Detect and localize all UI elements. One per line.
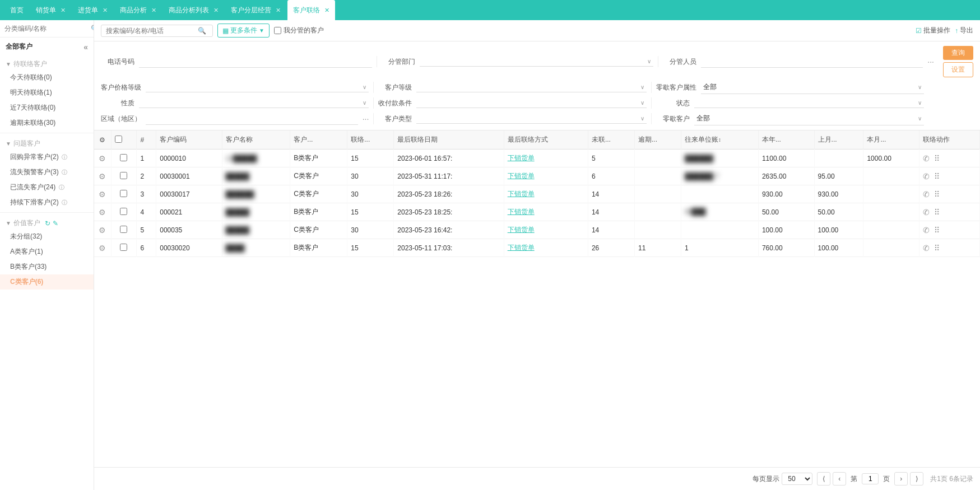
contact-icon[interactable]: ✆ xyxy=(923,208,930,217)
refresh-icon[interactable]: ↻ xyxy=(45,220,50,227)
row-checkbox[interactable] xyxy=(120,172,127,179)
select-all-checkbox[interactable] xyxy=(115,136,122,143)
cell-check[interactable] xyxy=(111,150,137,167)
row-settings-icon[interactable]: ⚙ xyxy=(99,208,106,217)
cell-check[interactable] xyxy=(111,239,137,257)
nav-product-analysis-close[interactable]: ✕ xyxy=(151,7,156,14)
row-checkbox[interactable] xyxy=(120,244,127,251)
nav-customer-tier[interactable]: 客户分层经营 ✕ xyxy=(225,0,286,20)
method-link[interactable]: 下销货单 xyxy=(508,172,535,180)
row-checkbox[interactable] xyxy=(120,154,127,161)
grid-icon[interactable]: ⠿ xyxy=(934,190,940,199)
method-link[interactable]: 下销货单 xyxy=(508,154,535,162)
th-gear[interactable]: ⚙ xyxy=(94,130,111,150)
row-settings-icon[interactable]: ⚙ xyxy=(99,226,106,235)
row-checkbox[interactable] xyxy=(120,208,127,215)
dept-select[interactable]: ∨ xyxy=(420,57,653,67)
retail-select[interactable]: 全部 ∨ xyxy=(694,112,924,125)
th-unit-amount[interactable]: 往来单位账↕ xyxy=(681,130,759,150)
cell-check[interactable] xyxy=(111,221,137,239)
contact-icon[interactable]: ✆ xyxy=(923,172,930,181)
th-name[interactable]: 客户名称 xyxy=(222,130,290,150)
page-number-input[interactable] xyxy=(862,473,879,484)
manager-dots[interactable]: ··· xyxy=(927,57,934,66)
my-customers-checkbox[interactable] xyxy=(274,27,281,34)
export-btn[interactable]: ↑ 导出 xyxy=(955,26,973,35)
region-dots[interactable]: ··· xyxy=(363,114,369,123)
row-settings-icon[interactable]: ⚙ xyxy=(99,244,106,253)
more-conditions-btn[interactable]: ▦ 更多条件 ▼ xyxy=(217,24,270,38)
grid-icon[interactable]: ⠿ xyxy=(934,172,940,181)
grid-icon[interactable]: ⠿ xyxy=(934,208,940,217)
method-link[interactable]: 下销货单 xyxy=(508,190,535,198)
method-link[interactable]: 下销货单 xyxy=(508,244,535,251)
nav-product-list-close[interactable]: ✕ xyxy=(213,7,219,14)
cell-check[interactable] xyxy=(111,167,137,185)
contact-icon[interactable]: ✆ xyxy=(923,244,930,253)
cust-level-select[interactable]: ∨ xyxy=(416,82,646,92)
th-type[interactable]: 客户... xyxy=(290,130,347,150)
sidebar-item-today[interactable]: 今天待联络(0) xyxy=(0,70,94,85)
th-last-month[interactable]: 上月... xyxy=(814,130,863,150)
nav-customer-contact[interactable]: 客户联络 ✕ xyxy=(287,0,335,20)
contact-icon[interactable]: ✆ xyxy=(923,190,930,199)
sidebar-item-warning[interactable]: 流失预警客户(3) ⓘ xyxy=(0,165,94,180)
nav-product-list[interactable]: 商品分析列表 ✕ xyxy=(163,0,224,20)
nav-purchase[interactable]: 进货单 ✕ xyxy=(72,0,113,20)
prev-page-btn[interactable]: ‹ xyxy=(833,472,846,486)
edit-icon[interactable]: ✎ xyxy=(53,220,58,227)
manager-input[interactable] xyxy=(701,56,923,68)
th-code[interactable]: 客户编码 xyxy=(156,130,222,150)
last-page-btn[interactable]: ⟩ xyxy=(910,472,923,486)
th-this-year[interactable]: 本年... xyxy=(758,130,814,150)
grid-icon[interactable]: ⠿ xyxy=(934,244,940,253)
cell-last-method[interactable]: 下销货单 xyxy=(504,150,588,167)
nav-purchase-close[interactable]: ✕ xyxy=(103,7,108,14)
cell-check[interactable] xyxy=(111,203,137,221)
batch-ops-btn[interactable]: ☑ 批量操作 xyxy=(916,26,950,35)
cell-last-method[interactable]: 下销货单 xyxy=(504,185,588,203)
nav-customer-tier-close[interactable]: ✕ xyxy=(276,7,281,14)
first-page-btn[interactable]: ⟨ xyxy=(817,472,830,486)
nav-product-analysis[interactable]: 商品分析 ✕ xyxy=(114,0,162,20)
th-overdue[interactable]: 逾期... xyxy=(634,130,681,150)
sidebar-all-customers[interactable]: 全部客户 « xyxy=(0,38,94,56)
row-checkbox[interactable] xyxy=(120,190,127,197)
region-input[interactable] xyxy=(146,113,358,125)
th-this-month[interactable]: 本月... xyxy=(863,130,919,150)
cust-type-select[interactable]: ∨ xyxy=(416,114,646,124)
row-settings-icon[interactable]: ⚙ xyxy=(99,190,106,199)
sidebar-item-tomorrow[interactable]: 明天待联络(1) xyxy=(0,85,94,100)
cell-last-method[interactable]: 下销货单 xyxy=(504,239,588,257)
sidebar-search-input[interactable] xyxy=(4,25,89,32)
sidebar-item-7days[interactable]: 近7天待联络(0) xyxy=(0,100,94,115)
grid-icon[interactable]: ⠿ xyxy=(934,226,940,235)
page-size-select[interactable]: 50 100 200 xyxy=(782,473,812,485)
th-last-date[interactable]: 最后联络日期 xyxy=(394,130,504,150)
nav-sales-close[interactable]: ✕ xyxy=(61,7,66,14)
sidebar-item-class-b[interactable]: B类客户(33) xyxy=(0,259,94,274)
th-last-method[interactable]: 最后联络方式 xyxy=(504,130,588,150)
set-btn[interactable]: 设置 xyxy=(943,62,973,77)
my-customers-check[interactable]: 我分管的客户 xyxy=(274,26,324,35)
th-check[interactable] xyxy=(111,130,137,150)
cell-check[interactable] xyxy=(111,185,137,203)
payment-select[interactable]: ∨ xyxy=(416,98,646,108)
main-search-input[interactable] xyxy=(106,27,196,35)
sidebar-item-lost[interactable]: 已流失客户(24) ⓘ xyxy=(0,180,94,195)
nature-select[interactable]: ∨ xyxy=(139,98,369,108)
search-icon[interactable]: 🔍 xyxy=(198,27,206,35)
nav-home[interactable]: 首页 xyxy=(4,0,29,20)
row-settings-icon[interactable]: ⚙ xyxy=(99,172,106,181)
retail-attr-select[interactable]: 全部 ∨ xyxy=(701,81,924,94)
phone-input[interactable] xyxy=(139,56,372,68)
method-link[interactable]: 下销货单 xyxy=(508,226,535,234)
row-settings-icon[interactable]: ⚙ xyxy=(99,154,106,163)
contact-icon[interactable]: ✆ xyxy=(923,226,930,235)
method-link[interactable]: 下销货单 xyxy=(508,208,535,216)
next-page-btn[interactable]: › xyxy=(894,472,908,486)
price-select[interactable]: ∨ xyxy=(146,82,369,92)
cell-last-method[interactable]: 下销货单 xyxy=(504,167,588,185)
cell-last-method[interactable]: 下销货单 xyxy=(504,203,588,221)
sidebar-collapse-icon[interactable]: « xyxy=(83,43,88,52)
